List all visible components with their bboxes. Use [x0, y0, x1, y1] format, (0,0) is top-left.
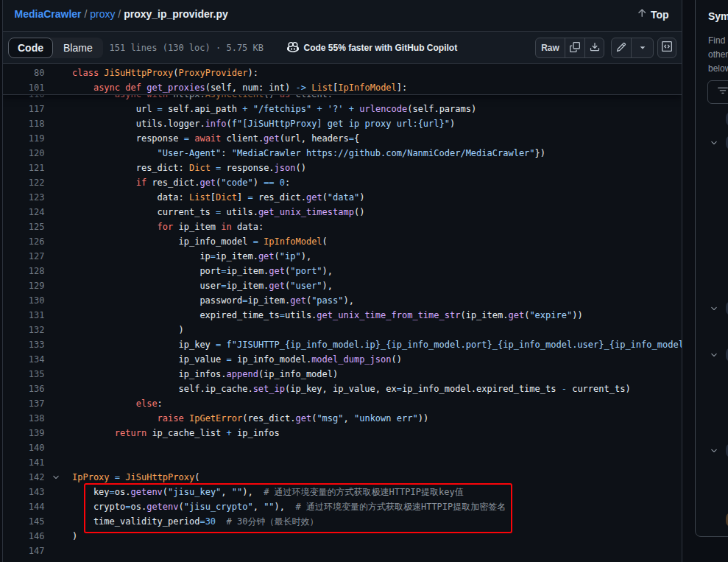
line-number[interactable]: 122	[3, 175, 45, 190]
line-number[interactable]: 125	[3, 219, 45, 234]
line-number[interactable]: 131	[3, 308, 45, 323]
edit-dropdown-button[interactable]	[631, 38, 653, 57]
line-number[interactable]: 133	[3, 337, 45, 352]
line-number[interactable]: 130	[3, 293, 45, 308]
symbol-item-5[interactable]	[696, 443, 728, 458]
code-line-text: if res_dict.get("code") == 0:	[72, 175, 682, 190]
symbol-item-4[interactable]	[696, 348, 728, 362]
line-number[interactable]: 137	[3, 396, 45, 411]
symbols-panel-toggle-button[interactable]	[657, 38, 676, 58]
line-number[interactable]: 136	[3, 382, 45, 396]
copy-raw-content-button[interactable]	[565, 38, 584, 57]
fold-gutter	[45, 175, 73, 190]
code-line-text: utils.logger.info(f"[JiSuHttpProxy] get …	[72, 116, 682, 131]
code-line-136: 136 self.ip_cache.set_ip(ip_key, ip_valu…	[3, 382, 682, 396]
fold-gutter	[45, 337, 73, 352]
tab-code[interactable]: Code	[8, 38, 53, 58]
line-number[interactable]: 132	[3, 323, 45, 337]
line-number[interactable]: 121	[3, 161, 45, 175]
symbols-filter-field[interactable]	[707, 80, 728, 104]
code-line-121: 121 res_dict: Dict = response.json()	[3, 161, 682, 175]
line-number[interactable]: 118	[3, 116, 45, 131]
edit-file-button[interactable]	[612, 38, 631, 57]
code-line-text: class JiSuHttpProxy(ProxyProvider):	[72, 66, 682, 80]
line-number[interactable]: 119	[3, 131, 45, 146]
fold-gutter	[45, 116, 73, 131]
line-number[interactable]: 138	[3, 411, 45, 426]
line-number[interactable]: 128	[3, 264, 45, 278]
line-number[interactable]: 145	[3, 514, 45, 529]
symbols-panel-description: Find definitions and references for func…	[708, 34, 728, 76]
code-line-145: 145 time_validity_period=30 # 30分钟（最长时效）	[3, 514, 682, 529]
line-number[interactable]: 117	[3, 102, 45, 116]
code-line-126: 126 ip_info_model = IpInfoModel(	[3, 234, 682, 249]
code-line-text: ip_infos.append(ip_info_model)	[72, 367, 682, 382]
line-number[interactable]: 120	[3, 146, 45, 161]
fold-gutter	[45, 66, 73, 80]
back-to-top-link[interactable]: Top	[636, 7, 669, 22]
code-line-144: 144 crypto=os.getenv("jisu_crypto", ""),…	[3, 499, 682, 514]
code-line-text: async def get_proxies(self, num: int) ->…	[72, 80, 682, 95]
line-number[interactable]: 123	[3, 190, 45, 205]
breadcrumb-repo-link[interactable]: MediaCrawler	[15, 8, 82, 20]
filter-icon	[718, 85, 728, 99]
github-file-page: { "colors": { "page_bg": "#0b0e14", "cod…	[0, 0, 728, 562]
file-header-breadcrumb-row: MediaCrawler / proxy / proxy_ip_provider…	[3, 0, 682, 32]
line-number[interactable]: 139	[3, 426, 45, 440]
fold-gutter	[45, 308, 73, 323]
arrow-up-icon	[636, 7, 648, 21]
line-number[interactable]: 134	[3, 352, 45, 367]
code-line-143: 143 key=os.getenv("jisu_key", ""), # 通过环…	[3, 485, 682, 499]
code-line-117: 117 url = self.api_path + "/fetchips" + …	[3, 102, 682, 116]
code-line-text: "User-Agent": "MediaCrawler https://gith…	[72, 146, 682, 161]
symbol-item-2[interactable]	[696, 136, 728, 150]
sticky-context-lines: 80class JiSuHttpProxy(ProxyProvider):101…	[3, 66, 682, 95]
breadcrumb: MediaCrawler / proxy / proxy_ip_provider…	[15, 7, 228, 22]
line-number[interactable]: 144	[3, 499, 45, 514]
line-number[interactable]: 127	[3, 249, 45, 264]
line-number[interactable]: 140	[3, 440, 45, 455]
breadcrumb-folder-link[interactable]: proxy	[90, 8, 115, 20]
symbol-item-3[interactable]	[696, 301, 728, 316]
code-line-119: 119 response = await client.get(url, hea…	[3, 131, 682, 146]
copilot-banner[interactable]: Code 55% faster with GitHub Copilot	[287, 32, 458, 64]
line-number[interactable]: 143	[3, 485, 45, 499]
fold-chevron-icon[interactable]	[45, 470, 73, 485]
fold-gutter	[45, 278, 73, 293]
tab-blame[interactable]: Blame	[53, 38, 103, 58]
code-line-134: 134 ip_value = ip_info_model.model_dump_…	[3, 352, 682, 367]
line-number[interactable]: 141	[3, 455, 45, 470]
code-line-text	[72, 455, 682, 470]
line-number[interactable]: 101	[3, 80, 45, 95]
code-line-text: current_ts = utils.get_unix_timestamp()	[72, 205, 682, 219]
fold-gutter	[45, 205, 73, 219]
code-line-120: 120 "User-Agent": "MediaCrawler https://…	[3, 146, 682, 161]
line-number[interactable]: 80	[3, 66, 45, 80]
code-line-140: 140	[3, 440, 682, 455]
code-line-138: 138 raise IpGetError(res_dict.get("msg",…	[3, 411, 682, 426]
pencil-icon	[616, 42, 626, 55]
symbol-item-1[interactable]	[696, 112, 728, 127]
symbol-item-6[interactable]	[696, 513, 728, 527]
code-line-118: 118 utils.logger.info(f"[JiSuHttpProxy] …	[3, 116, 682, 131]
fold-gutter	[45, 131, 73, 146]
fold-gutter	[45, 323, 73, 337]
fold-gutter	[45, 440, 73, 455]
fold-gutter	[45, 161, 73, 175]
line-number[interactable]: 126	[3, 234, 45, 249]
edit-file-group	[611, 38, 654, 58]
code-line-text: self.ip_cache.set_ip(ip_key, ip_value, e…	[72, 382, 682, 396]
raw-button[interactable]: Raw	[536, 38, 565, 57]
line-number[interactable]: 142	[3, 470, 45, 485]
line-number[interactable]: 124	[3, 205, 45, 219]
line-number[interactable]: 135	[3, 367, 45, 382]
line-number[interactable]: 146	[3, 529, 45, 544]
line-number[interactable]: 129	[3, 278, 45, 293]
fold-gutter	[45, 499, 73, 514]
code-line-123: 123 data: List[Dict] = res_dict.get("dat…	[3, 190, 682, 205]
code-line-text: ip_info_model = IpInfoModel(	[72, 234, 682, 249]
triangle-down-icon	[637, 42, 648, 55]
line-number[interactable]: 147	[3, 544, 45, 558]
fold-gutter	[45, 529, 73, 544]
download-raw-file-button[interactable]	[584, 38, 604, 57]
